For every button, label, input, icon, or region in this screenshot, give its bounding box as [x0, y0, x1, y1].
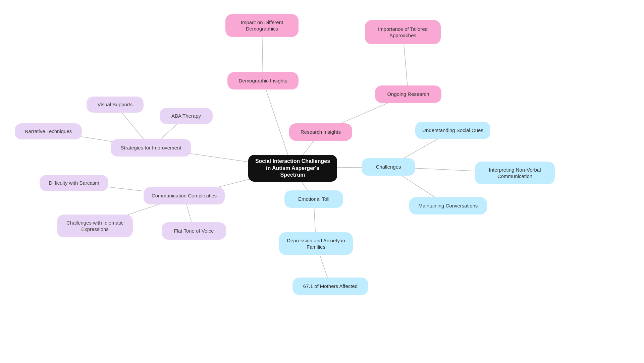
flat-tone-node[interactable]: Flat Tone of Voice	[162, 222, 226, 240]
ongoing-research-label: Ongoing Research	[387, 91, 429, 98]
narrative-techniques-node[interactable]: Narrative Techniques	[15, 123, 82, 139]
impact-demographics-label: Impact on Different Demographics	[241, 19, 283, 32]
aba-therapy-node[interactable]: ABA Therapy	[160, 108, 213, 124]
mothers-affected-label: 67.1 of Mothers Affected	[303, 283, 358, 290]
demographic-insights-label: Demographic Insights	[238, 77, 287, 84]
depression-anxiety-node[interactable]: Depression and Anxiety in Families	[279, 232, 353, 255]
interpreting-nonverbal-node[interactable]: Interpreting Non-Verbal Communication	[475, 162, 555, 184]
narrative-techniques-label: Narrative Techniques	[25, 128, 72, 135]
challenges-node[interactable]: Challenges	[362, 158, 415, 176]
strategies-node[interactable]: Strategies for Improvement	[111, 139, 191, 157]
idiomatic-node[interactable]: Challenges with Idiomatic Expressions	[57, 215, 133, 237]
emotional-toll-label: Emotional Toll	[298, 196, 329, 202]
understanding-social-node[interactable]: Understanding Social Cues	[415, 122, 490, 139]
center-label: Social Interaction Challenges in Autism …	[254, 158, 331, 179]
difficulty-sarcasm-label: Difficulty with Sarcasm	[49, 180, 99, 186]
center-node: Social Interaction Challenges in Autism …	[248, 155, 337, 182]
impact-demographics-node[interactable]: Impact on Different Demographics	[225, 14, 299, 37]
interpreting-nonverbal-label: Interpreting Non-Verbal Communication	[489, 167, 541, 180]
understanding-social-label: Understanding Social Cues	[422, 127, 483, 134]
emotional-toll-node[interactable]: Emotional Toll	[284, 190, 343, 208]
maintaining-conversations-node[interactable]: Maintaining Conversations	[409, 197, 487, 215]
idiomatic-label: Challenges with Idiomatic Expressions	[66, 220, 123, 233]
strategies-label: Strategies for Improvement	[121, 144, 181, 151]
research-insights-node[interactable]: Research Insights	[289, 123, 352, 141]
flat-tone-label: Flat Tone of Voice	[174, 228, 214, 234]
demographic-insights-node[interactable]: Demographic Insights	[227, 72, 299, 89]
visual-supports-node[interactable]: Visual Supports	[87, 97, 144, 113]
difficulty-sarcasm-node[interactable]: Difficulty with Sarcasm	[40, 175, 108, 191]
ongoing-research-node[interactable]: Ongoing Research	[375, 85, 441, 103]
communication-node[interactable]: Communication Complexities	[144, 187, 225, 204]
importance-tailored-label: Importance of Tailored Approaches	[378, 26, 428, 39]
importance-tailored-node[interactable]: Importance of Tailored Approaches	[365, 20, 441, 44]
challenges-label: Challenges	[376, 164, 401, 170]
research-insights-label: Research Insights	[301, 129, 341, 135]
communication-label: Communication Complexities	[152, 192, 217, 199]
maintaining-conversations-label: Maintaining Conversations	[419, 202, 478, 209]
aba-therapy-label: ABA Therapy	[171, 113, 201, 119]
depression-anxiety-label: Depression and Anxiety in Families	[287, 237, 345, 250]
visual-supports-label: Visual Supports	[98, 101, 133, 108]
mothers-affected-node[interactable]: 67.1 of Mothers Affected	[292, 278, 368, 295]
